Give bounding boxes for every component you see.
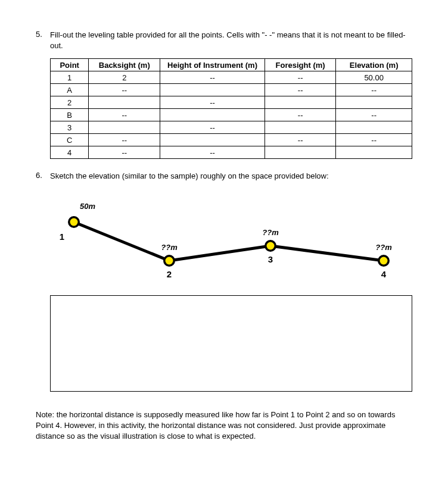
cell-point: B	[51, 109, 89, 121]
table-row: A -- -- --	[51, 84, 412, 96]
th-foresight: Foresight (m)	[265, 59, 335, 71]
cell-bs: --	[89, 146, 160, 159]
q5-text-b: - -	[265, 30, 272, 39]
q5-text: Fill-out the leveling table provided for…	[50, 30, 412, 51]
cell-bs: --	[89, 84, 160, 96]
cell-point: A	[51, 84, 89, 96]
sketch-point-label: 4	[381, 269, 387, 279]
cell-bs	[89, 96, 160, 109]
sketch-elev-label: ??m	[262, 228, 279, 237]
table-row: 4 -- --	[51, 146, 412, 159]
cell-point: 3	[51, 121, 89, 134]
table-row: 1 2 -- -- 50.00	[51, 71, 412, 84]
cell-el: --	[336, 84, 412, 96]
q5-text-a: Fill-out the leveling table provided for…	[50, 30, 265, 39]
cell-el	[336, 121, 412, 134]
sketch-polyline	[74, 222, 384, 261]
cell-fs	[265, 146, 335, 159]
cell-hi: --	[160, 146, 265, 159]
cell-fs: --	[265, 134, 335, 146]
sketch-elev-label: 50m	[80, 202, 95, 211]
cell-hi	[160, 109, 265, 121]
question-5: 5. Fill-out the leveling table provided …	[36, 30, 412, 159]
cell-el: --	[336, 134, 412, 146]
q6-text: Sketch the elevation (similar to the sam…	[50, 171, 412, 182]
th-point: Point	[51, 59, 89, 71]
sketch-node-inner	[267, 242, 275, 249]
q5-number: 5.	[36, 30, 50, 39]
cell-fs: --	[265, 71, 335, 84]
cell-hi	[160, 84, 265, 96]
sketch-node-inner	[166, 257, 173, 264]
table-row: 2 --	[51, 96, 412, 109]
question-6: 6. Sketch the elevation (similar to the …	[36, 171, 412, 391]
cell-fs	[265, 96, 335, 109]
table-row: 3 --	[51, 121, 412, 134]
th-height-instrument: Height of Instrument (m)	[160, 59, 265, 71]
cell-point: C	[51, 134, 89, 146]
sketch-node-inner	[70, 218, 78, 226]
cell-fs: --	[265, 109, 335, 121]
note-text: Note: the horizontal distance is suppose…	[36, 410, 412, 442]
sketch-points: 50m1??m2??m3??m4	[60, 202, 392, 279]
cell-fs	[265, 121, 335, 134]
th-elevation: Elevation (m)	[336, 59, 412, 71]
sample-sketch-area: 50m1??m2??m3??m4	[50, 189, 412, 290]
cell-el	[336, 96, 412, 109]
sketch-point-label: 3	[268, 254, 273, 264]
answer-box	[50, 295, 412, 392]
cell-point: 4	[51, 146, 89, 159]
sketch-point-label: 1	[60, 232, 64, 242]
table-row: B -- -- --	[51, 109, 412, 121]
sample-sketch-svg: 50m1??m2??m3??m4	[50, 189, 407, 290]
cell-fs: --	[265, 84, 335, 96]
cell-el	[336, 146, 412, 159]
th-backsight: Backsight (m)	[89, 59, 160, 71]
cell-el: --	[336, 109, 412, 121]
table-header-row: Point Backsight (m) Height of Instrument…	[51, 59, 412, 71]
cell-hi: --	[160, 96, 265, 109]
cell-bs	[89, 121, 160, 134]
cell-bs: --	[89, 109, 160, 121]
cell-point: 1	[51, 71, 89, 84]
leveling-table: Point Backsight (m) Height of Instrument…	[50, 58, 412, 159]
sketch-point-label: 2	[167, 269, 172, 279]
cell-hi: --	[160, 121, 265, 134]
q6-number: 6.	[36, 171, 50, 180]
cell-bs: --	[89, 134, 160, 146]
cell-bs: 2	[89, 71, 160, 84]
sketch-node-inner	[380, 257, 388, 264]
cell-hi	[160, 134, 265, 146]
sketch-elev-label: ??m	[161, 243, 178, 252]
table-row: C -- -- --	[51, 134, 412, 146]
cell-hi: --	[160, 71, 265, 84]
cell-point: 2	[51, 96, 89, 109]
sketch-elev-label: ??m	[375, 243, 392, 252]
cell-el: 50.00	[336, 71, 412, 84]
